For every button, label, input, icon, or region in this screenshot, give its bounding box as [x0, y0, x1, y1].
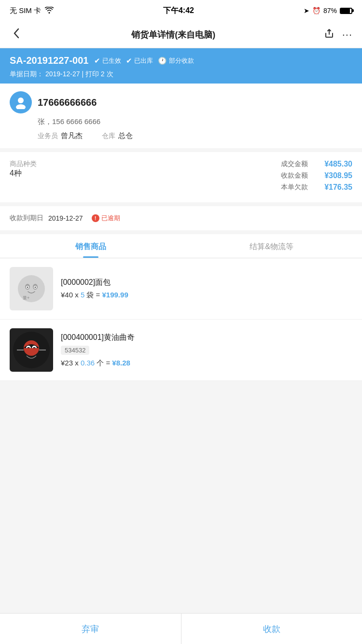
status-partial-payment: 🕐 部分收款: [158, 56, 194, 65]
svg-point-2: [18, 275, 45, 302]
received-value: ¥308.95: [314, 171, 352, 180]
order-date: 2019-12-27: [45, 70, 80, 78]
more-icon[interactable]: ···: [342, 28, 352, 41]
product-item: 量+ [0000002]面包 ¥40 x 5 袋 = ¥199.99: [0, 258, 362, 320]
status-shipped: ✔ 已出库: [126, 56, 153, 65]
check-icon-2: ✔: [126, 56, 132, 65]
tabs-section: 销售商品 结算&物流等: [0, 234, 362, 258]
product-qty-1: 5: [81, 291, 84, 299]
share-icon[interactable]: [324, 28, 334, 41]
check-icon-1: ✔: [94, 56, 100, 65]
status-effective: ✔ 已生效: [94, 56, 121, 65]
tab-settlement[interactable]: 结算&物流等: [181, 234, 362, 258]
overdue-text: 已逾期: [101, 214, 120, 223]
svg-point-1: [16, 104, 26, 109]
print-label: | 打印: [82, 70, 99, 78]
customer-section: 17666666666 张，156 6666 6666 业务员 曾凡杰 仓库 总…: [0, 84, 362, 148]
transaction-value: ¥485.30: [314, 160, 352, 168]
clock-icon: 🕐: [158, 56, 167, 65]
overdue-icon: !: [92, 214, 99, 222]
avatar: [10, 91, 32, 113]
summary-section: 商品种类 4种 成交金额 ¥485.30 收款金额 ¥308.95 本单欠款 ¥…: [0, 152, 362, 202]
product-total-2: ¥8.28: [112, 359, 130, 367]
summary-left: 商品种类 4种: [10, 160, 37, 179]
order-id: SA-20191227-001: [10, 55, 88, 66]
tabs-row: 销售商品 结算&物流等: [0, 234, 362, 258]
status-bar: 无 SIM 卡 下午4:42 ➤ ⏰ 87%: [0, 0, 362, 21]
received-label: 收款金额: [281, 171, 308, 180]
warehouse-label: 仓库: [102, 132, 115, 140]
svg-point-0: [18, 98, 24, 103]
category-value: 4种: [10, 168, 37, 179]
header-banner: SA-20191227-001 ✔ 已生效 ✔ 已出库 🕐 部分收款 单据日期：…: [0, 48, 362, 84]
summary-right: 成交金额 ¥485.30 收款金额 ¥308.95 本单欠款 ¥176.35: [281, 160, 352, 195]
overdue-badge: ! 已逾期: [88, 213, 124, 224]
print-count-value: 2: [101, 70, 105, 78]
product-sku-2: 534532: [61, 346, 89, 355]
nav-actions: ···: [324, 28, 352, 41]
battery-text: 87%: [323, 7, 337, 14]
svg-point-8: [35, 287, 36, 288]
due-date-label: 收款到期日: [10, 214, 43, 223]
status-right: ➤ ⏰ 87%: [304, 7, 352, 14]
tab-underline: [83, 256, 98, 258]
order-date-row: 单据日期： 2019-12-27 | 打印 2 次: [10, 70, 352, 79]
sales-meta: 业务员 曾凡杰: [38, 131, 83, 140]
transaction-label: 成交金额: [281, 160, 308, 168]
back-button[interactable]: [10, 24, 23, 45]
tab-sales-products[interactable]: 销售商品: [0, 234, 181, 258]
status-time: 下午4:42: [163, 6, 194, 16]
product-total-1: ¥199.99: [102, 291, 128, 299]
sales-value: 曾凡杰: [61, 131, 83, 140]
battery-icon: [340, 8, 352, 14]
due-date-value: 2019-12-27: [48, 214, 83, 222]
product-price-2: ¥23 x 0.36 个 = ¥8.28: [61, 359, 352, 368]
product-name-1: [0000002]面包: [61, 278, 352, 288]
cancel-button[interactable]: 弃审: [0, 614, 181, 644]
wifi-icon: [45, 7, 54, 15]
received-row: 收款金额 ¥308.95: [281, 171, 352, 180]
owed-label: 本单欠款: [281, 183, 308, 192]
product-thumb-2: [10, 328, 53, 372]
date-label: 单据日期：: [10, 70, 43, 78]
alarm-icon: ⏰: [312, 7, 320, 14]
svg-text:量+: 量+: [23, 295, 29, 300]
product-info-2: [000400001]黄油曲奇 534532 ¥23 x 0.36 个 = ¥8…: [61, 333, 352, 368]
category-label: 商品种类: [10, 160, 37, 168]
customer-row: 17666666666: [10, 91, 352, 113]
status-tags: ✔ 已生效 ✔ 已出库 🕐 部分收款: [94, 56, 194, 65]
due-date-section: 收款到期日 2019-12-27 ! 已逾期: [0, 206, 362, 230]
location-icon: ➤: [304, 7, 309, 14]
status-left: 无 SIM 卡: [10, 6, 54, 15]
confirm-button[interactable]: 收款: [181, 614, 362, 644]
product-item-2: [000400001]黄油曲奇 534532 ¥23 x 0.36 个 = ¥8…: [0, 320, 362, 381]
product-thumb-1: 量+: [10, 267, 53, 310]
customer-meta: 业务员 曾凡杰 仓库 总仓: [10, 131, 352, 140]
warehouse-meta: 仓库 总仓: [102, 131, 133, 140]
page-title: 销货单详情(来自电脑): [131, 29, 215, 41]
sales-label: 业务员: [38, 132, 58, 140]
bottom-bar: 弃审 收款: [0, 613, 362, 644]
owed-row: 本单欠款 ¥176.35: [281, 183, 352, 192]
nav-bar: 销货单详情(来自电脑) ···: [0, 21, 362, 48]
print-suffix: 次: [107, 70, 113, 78]
warehouse-value: 总仓: [118, 131, 133, 140]
customer-name: 17666666666: [38, 97, 97, 108]
transaction-row: 成交金额 ¥485.30: [281, 160, 352, 168]
customer-contact: 张，156 6666 6666: [10, 117, 352, 126]
owed-value: ¥176.35: [314, 183, 352, 192]
product-qty-2: 0.36: [81, 359, 95, 367]
products-section: 量+ [0000002]面包 ¥40 x 5 袋 = ¥199.99: [0, 258, 362, 381]
carrier-text: 无 SIM 卡: [10, 6, 41, 15]
product-info-1: [0000002]面包 ¥40 x 5 袋 = ¥199.99: [61, 278, 352, 300]
product-price-1: ¥40 x 5 袋 = ¥199.99: [61, 291, 352, 300]
svg-point-7: [27, 287, 28, 288]
product-name-2: [000400001]黄油曲奇: [61, 333, 352, 343]
